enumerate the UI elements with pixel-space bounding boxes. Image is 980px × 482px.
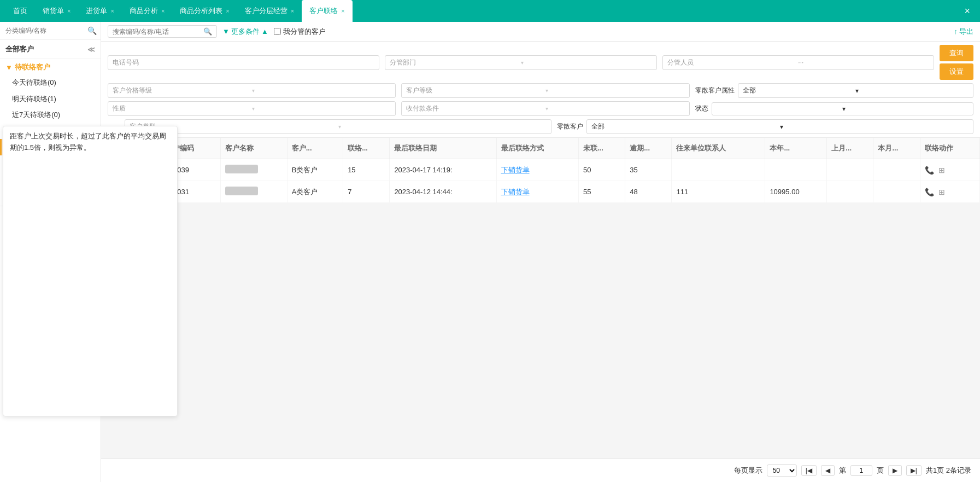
action-buttons: 查询 设置 bbox=[940, 45, 973, 80]
nav-customer-contact[interactable]: 客户联络 × bbox=[302, 0, 352, 22]
sidebar-search-area: 🔍 bbox=[0, 22, 101, 40]
row2-this-year: 10995.00 bbox=[765, 181, 827, 203]
row1-last-method[interactable]: 下销货单 bbox=[496, 159, 578, 181]
first-page-btn[interactable]: |◀ bbox=[801, 465, 817, 476]
content-area: 🔍 ▼ 更多条件 ▲ 我分管的客户 ↑ 导出 电话号码 bbox=[101, 22, 980, 482]
customer-type-field[interactable]: 客户类型 ▾ bbox=[125, 119, 551, 134]
adv-filter-area: 电话号码 分管部门 ▾ 分管人员 ··· 查询 设置 客户价格等级 bbox=[101, 42, 980, 138]
row1-last-month bbox=[827, 159, 873, 181]
page-input[interactable] bbox=[850, 465, 872, 476]
gender-field[interactable]: 性质 ▾ bbox=[108, 101, 396, 116]
th-last-month: 上月... bbox=[827, 138, 873, 159]
row1-last-date: 2023-04-17 14:19: bbox=[390, 159, 496, 181]
nav-analysis-list[interactable]: 商品分析列表 × bbox=[172, 0, 237, 22]
sidebar-collapse-icon[interactable]: ≪ bbox=[87, 45, 95, 54]
close-customer-tier-icon[interactable]: × bbox=[291, 8, 294, 14]
close-sales-icon[interactable]: × bbox=[67, 8, 71, 14]
row1-name-blur bbox=[225, 165, 258, 173]
table-area: ⚙ 客户编码 客户名称 客户... bbox=[101, 138, 980, 458]
nav-sales[interactable]: 销货单 × bbox=[35, 0, 78, 22]
th-contact: 联络... bbox=[343, 138, 390, 159]
row1-contact-icon[interactable]: 📞 bbox=[925, 166, 934, 175]
retail-customer-select[interactable]: 全部 ▾ bbox=[586, 119, 973, 134]
payment-field[interactable]: 收付款条件 ▾ bbox=[401, 101, 689, 116]
main-search-input[interactable] bbox=[113, 28, 203, 36]
close-purchase-icon[interactable]: × bbox=[110, 8, 114, 14]
row2-name bbox=[220, 181, 287, 203]
query-btn[interactable]: 查询 bbox=[940, 45, 973, 61]
export-btn[interactable]: ↑ 导出 bbox=[954, 27, 974, 37]
row2-uncontacted: 55 bbox=[578, 181, 625, 203]
th-action: 联络动作 bbox=[920, 138, 979, 159]
next-page-btn[interactable]: ▶ bbox=[888, 465, 902, 476]
manager-field[interactable]: 分管人员 ··· bbox=[662, 55, 934, 70]
main-search-icon[interactable]: 🔍 bbox=[203, 27, 212, 36]
th-last-method: 最后联络方式 bbox=[496, 138, 578, 159]
row2-contact-person: 111 bbox=[672, 181, 765, 203]
retail-attr-field: 零散客户属性 全部 ▾ bbox=[695, 83, 973, 98]
status-dropdown-icon: ▾ bbox=[842, 105, 969, 113]
sidebar-search-icon[interactable]: 🔍 bbox=[87, 26, 97, 35]
row1-overdue: 35 bbox=[625, 159, 672, 181]
th-overdue: 逾期... bbox=[625, 138, 672, 159]
adv-filter-row1: 电话号码 分管部门 ▾ 分管人员 ··· 查询 设置 bbox=[108, 45, 973, 80]
pending-contact-group[interactable]: ▼ 待联络客户 bbox=[0, 59, 101, 74]
price-level-dropdown-icon: ▾ bbox=[252, 88, 391, 94]
close-window-icon[interactable]: × bbox=[960, 5, 975, 17]
filter-icon: ▼ bbox=[222, 27, 230, 36]
sidebar-search-input[interactable] bbox=[5, 27, 87, 34]
customer-type-dropdown-icon: ▾ bbox=[338, 124, 547, 130]
customer-level-field[interactable]: 客户等级 ▾ bbox=[401, 83, 689, 98]
export-icon: ↑ bbox=[954, 27, 958, 36]
th-last-date: 最后联络日期 bbox=[390, 138, 496, 159]
retail-attr-select[interactable]: 全部 ▾ bbox=[738, 83, 973, 98]
nav-purchase[interactable]: 进货单 × bbox=[78, 0, 121, 22]
top-nav: 首页 销货单 × 进货单 × 商品分析 × 商品分析列表 × 客户分层经营 × … bbox=[0, 0, 980, 22]
retail-customer-field: 零散客户 全部 ▾ bbox=[557, 119, 973, 134]
close-analysis-icon[interactable]: × bbox=[161, 8, 165, 14]
more-conditions-btn[interactable]: ▼ 更多条件 ▲ bbox=[222, 27, 268, 37]
phone-field[interactable]: 电话号码 bbox=[108, 55, 379, 70]
customer-level-dropdown-icon: ▾ bbox=[545, 88, 685, 94]
sidebar-today-pending[interactable]: 今天待联络(0) bbox=[0, 74, 101, 91]
manager-more-icon[interactable]: ··· bbox=[796, 59, 929, 66]
row2-contact-icon[interactable]: 📞 bbox=[925, 188, 934, 196]
prev-page-btn[interactable]: ◀ bbox=[821, 465, 835, 476]
my-customer-checkbox-area[interactable]: 我分管的客户 bbox=[274, 27, 326, 37]
row1-uncontacted: 50 bbox=[578, 159, 625, 181]
row2-more-icon[interactable]: ⊞ bbox=[938, 188, 945, 196]
close-customer-contact-icon[interactable]: × bbox=[341, 8, 344, 14]
th-name: 客户名称 bbox=[220, 138, 287, 159]
row1-more-icon[interactable]: ⊞ bbox=[938, 166, 945, 175]
row1-contact: 15 bbox=[343, 159, 390, 181]
row1-type: B类客户 bbox=[287, 159, 343, 181]
filter-bar-top: 🔍 ▼ 更多条件 ▲ 我分管的客户 ↑ 导出 bbox=[101, 22, 980, 42]
setting-btn[interactable]: 设置 bbox=[940, 63, 973, 80]
th-this-year: 本年... bbox=[765, 138, 827, 159]
search-filter: 🔍 bbox=[108, 25, 217, 38]
row2-actions: 📞 ⊞ bbox=[920, 181, 979, 203]
status-field: 状态 ▾ bbox=[695, 102, 973, 115]
row2-last-method[interactable]: 下销货单 bbox=[496, 181, 578, 203]
adv-filter-row2: 客户价格等级 ▾ 客户等级 ▾ 零散客户属性 全部 ▾ bbox=[108, 83, 973, 98]
chevron-up-icon: ▲ bbox=[261, 27, 268, 36]
tooltip-box: 距客户上次交易时长，超过了此客户的平均交易周期的1.5倍，则视为异常。 bbox=[3, 126, 178, 416]
page-size-select[interactable]: 50 20 100 bbox=[767, 464, 797, 477]
row2-this-month bbox=[873, 181, 920, 203]
status-select[interactable]: ▾ bbox=[712, 102, 973, 115]
my-customer-checkbox[interactable] bbox=[274, 28, 281, 35]
th-uncontacted: 未联... bbox=[578, 138, 625, 159]
row2-contact: 7 bbox=[343, 181, 390, 203]
price-level-field[interactable]: 客户价格等级 ▾ bbox=[108, 83, 396, 98]
last-page-btn[interactable]: ▶| bbox=[906, 465, 922, 476]
pagination: 每页显示 50 20 100 |◀ ◀ 第 页 ▶ ▶| 共1页 2条记录 bbox=[101, 458, 980, 482]
nav-customer-tier[interactable]: 客户分层经营 × bbox=[237, 0, 302, 22]
payment-dropdown-icon: ▾ bbox=[545, 106, 685, 112]
sidebar-tomorrow-pending[interactable]: 明天待联络(1) bbox=[0, 91, 101, 107]
nav-analysis[interactable]: 商品分析 × bbox=[122, 0, 172, 22]
nav-home[interactable]: 首页 bbox=[5, 0, 35, 22]
table-row: 1 000039 B类客户 15 bbox=[101, 159, 980, 181]
sidebar-7day-pending[interactable]: 近7天待联络(0) bbox=[0, 107, 101, 123]
dept-field[interactable]: 分管部门 ▾ bbox=[385, 55, 656, 70]
close-analysis-list-icon[interactable]: × bbox=[226, 8, 229, 14]
